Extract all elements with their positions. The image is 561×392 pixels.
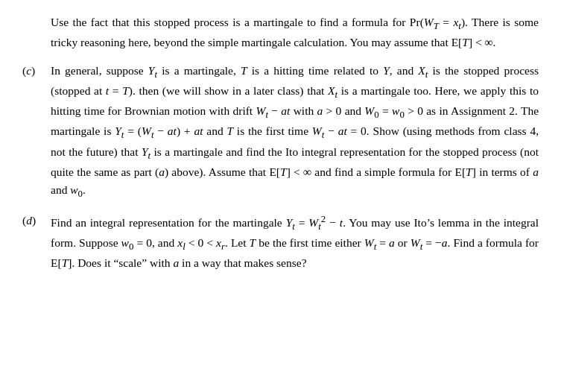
main-content: Use the fact that this stopped process i… (22, 13, 539, 272)
problem-label-d: (d) (22, 212, 51, 230)
problem-item-c: (c) In general, suppose Yt is a martinga… (22, 62, 539, 201)
intro-text: Use the fact that this stopped process i… (51, 16, 539, 48)
problem-item-d: (d) Find an integral representation for … (22, 212, 539, 272)
problem-text-d: Find an integral representation for the … (51, 212, 539, 272)
problem-text-c: In general, suppose Yt is a martingale, … (51, 62, 539, 201)
intro-paragraph: Use the fact that this stopped process i… (51, 13, 539, 51)
problem-label-c: (c) (22, 62, 51, 80)
